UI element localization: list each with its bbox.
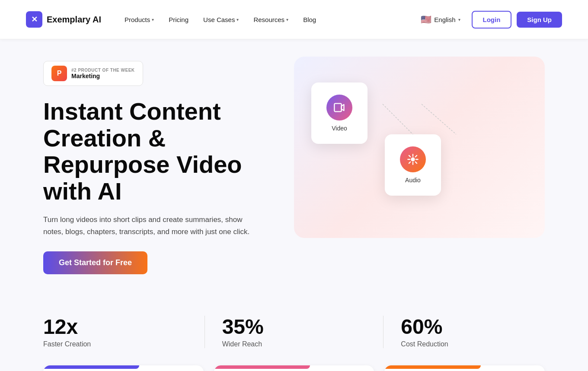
video-icon <box>326 95 352 120</box>
hero-description: Turn long videos into short clips and cr… <box>43 214 251 237</box>
stat-reach: 35% Wider Reach <box>222 316 366 348</box>
stat-divider-1 <box>205 316 205 348</box>
nav-blog[interactable]: Blog <box>297 13 322 27</box>
hero-section: P #2 PRODUCT OF THE WEEK Marketing Insta… <box>17 39 571 298</box>
video-card: Video <box>311 82 368 144</box>
chevron-down-icon: ▾ <box>152 17 154 22</box>
video-label: Video <box>332 125 347 132</box>
stat-label-faster: Faster Creation <box>43 340 187 348</box>
chevron-down-icon: ▾ <box>458 17 460 22</box>
preview-card-3 <box>384 365 545 371</box>
stats-section: 12x Faster Creation 35% Wider Reach 60% … <box>17 298 571 357</box>
product-badge[interactable]: P #2 PRODUCT OF THE WEEK Marketing <box>43 61 143 86</box>
nav-links: Products ▾ Pricing Use Cases ▾ Resources… <box>118 13 415 27</box>
stat-value-faster: 12x <box>43 316 187 339</box>
nav-logo[interactable]: ✕ Exemplary AI <box>26 11 101 28</box>
preview-card-2 <box>214 365 374 371</box>
navbar: ✕ Exemplary AI Products ▾ Pricing Use Ca… <box>0 0 588 39</box>
nav-right: 🇺🇸 English ▾ Login Sign Up <box>415 11 562 29</box>
signup-button[interactable]: Sign Up <box>517 12 562 28</box>
svg-line-1 <box>422 104 456 134</box>
bottom-cards <box>17 357 571 371</box>
audio-card: Audio <box>385 134 441 196</box>
product-hunt-icon: P <box>51 66 67 81</box>
stat-label-reach: Wider Reach <box>222 340 366 348</box>
stat-value-cost: 60% <box>401 316 545 339</box>
stat-faster: 12x Faster Creation <box>43 316 187 348</box>
nav-use-cases[interactable]: Use Cases ▾ <box>197 13 245 27</box>
card-bar-purple <box>43 365 139 369</box>
logo-text: Exemplary AI <box>47 15 101 25</box>
stat-value-reach: 35% <box>222 316 366 339</box>
stat-divider-2 <box>383 316 383 348</box>
audio-label: Audio <box>405 177 421 184</box>
stat-cost: 60% Cost Reduction <box>401 316 545 348</box>
audio-icon <box>400 146 426 172</box>
chevron-down-icon: ▾ <box>236 17 239 22</box>
hero-title: Instant Content Creation & Repurpose Vid… <box>43 98 268 204</box>
stat-label-cost: Cost Reduction <box>401 340 545 348</box>
chevron-down-icon: ▾ <box>286 17 288 22</box>
hero-left: P #2 PRODUCT OF THE WEEK Marketing Insta… <box>43 57 268 274</box>
nav-resources[interactable]: Resources ▾ <box>247 13 294 27</box>
card-bar-pink <box>214 365 310 369</box>
flag-icon: 🇺🇸 <box>421 14 431 25</box>
language-selector[interactable]: 🇺🇸 English ▾ <box>415 11 466 28</box>
login-button[interactable]: Login <box>472 11 512 29</box>
nav-products[interactable]: Products ▾ <box>118 13 160 27</box>
svg-point-3 <box>411 157 415 161</box>
logo-icon: ✕ <box>26 11 42 28</box>
nav-pricing[interactable]: Pricing <box>163 13 195 27</box>
svg-rect-2 <box>334 104 341 112</box>
cta-button[interactable]: Get Started for Free <box>43 251 147 274</box>
card-bar-orange <box>384 365 480 369</box>
badge-text: #2 PRODUCT OF THE WEEK Marketing <box>71 68 135 79</box>
hero-illustration: Video Audio <box>285 57 545 264</box>
preview-card-1 <box>43 365 204 371</box>
